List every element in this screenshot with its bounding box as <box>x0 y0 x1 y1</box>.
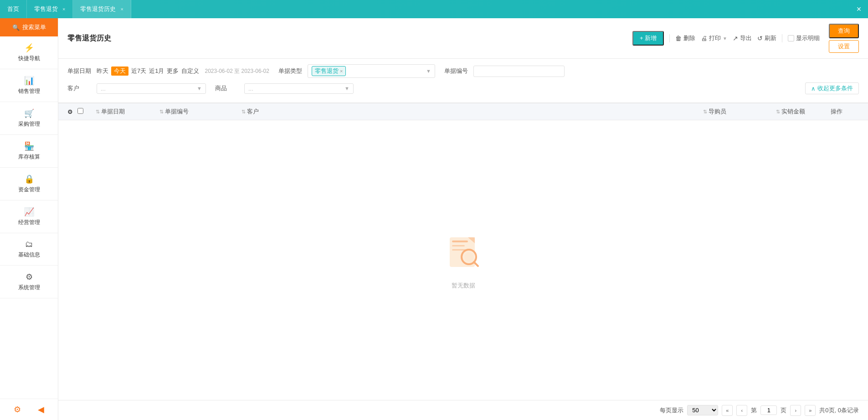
goods-select[interactable]: ... ▼ <box>244 83 354 94</box>
date-btn-today[interactable]: 今天 <box>111 67 128 76</box>
basic-info-icon: 🗂 <box>25 240 33 249</box>
show-detail-toggle[interactable]: 显示明细 <box>788 34 820 42</box>
refresh-icon: ↺ <box>757 35 763 42</box>
bill-no-label: 单据编号 <box>444 67 470 75</box>
date-filter-label: 单据日期 <box>67 67 93 75</box>
bill-type-select[interactable]: 零售退货 × ▼ <box>308 64 435 78</box>
sidebar-item-sales-mgmt[interactable]: 📊 销售管理 <box>0 69 58 102</box>
next-page-button[interactable]: › <box>790 405 801 416</box>
checkbox-all-input[interactable] <box>77 108 83 114</box>
last-page-button[interactable]: » <box>805 405 816 416</box>
settings-button[interactable]: 设置 <box>829 40 859 53</box>
tab-retail-return-close[interactable]: × <box>62 6 65 12</box>
sidebar-search[interactable]: 🔍 搜索菜单 <box>0 18 58 36</box>
customer-filter-group: 客户 ... ▼ <box>67 83 206 94</box>
customer-select[interactable]: ... ▼ <box>97 83 206 94</box>
export-button[interactable]: ↗ 导出 <box>733 34 752 42</box>
collapse-button[interactable]: ∧ 收起更多条件 <box>805 82 859 94</box>
bill-no-filter-group: 单据编号 <box>444 66 565 77</box>
pagination: 每页显示 50 100 200 « ‹ 第 页 › » 共0页, 0条记录 <box>58 400 868 420</box>
bill-no-input[interactable] <box>473 66 565 77</box>
show-detail-label: 显示明细 <box>796 34 820 42</box>
sidebar-item-system[interactable]: ⚙ 系统管理 <box>0 266 58 298</box>
query-button[interactable]: 查询 <box>829 24 859 38</box>
svg-rect-1 <box>452 241 468 242</box>
date-btn-1month[interactable]: 近1月 <box>149 67 164 75</box>
bill-type-label: 单据类型 <box>278 67 304 75</box>
col-header-customer[interactable]: ⇅ 客户 <box>238 108 699 116</box>
tab-retail-return-history[interactable]: 零售退货历史 × <box>73 0 131 18</box>
sidebar-item-basic-info[interactable]: 🗂 基础信息 <box>0 233 58 266</box>
goods-label: 商品 <box>215 84 241 92</box>
page-number-input[interactable] <box>760 405 777 415</box>
goods-filter-group: 商品 ... ▼ <box>215 83 354 94</box>
tab-retail-return-history-close[interactable]: × <box>120 6 123 12</box>
sidebar-item-quick-nav[interactable]: ⚡ 快捷导航 <box>0 36 58 69</box>
customer-placeholder: ... <box>101 85 106 92</box>
purchase-icon: 🛒 <box>24 108 34 118</box>
date-btn-more[interactable]: 更多 <box>167 67 179 75</box>
empty-illustration <box>441 230 486 276</box>
goods-placeholder: ... <box>248 85 253 92</box>
col-header-action: 操作 <box>827 108 863 116</box>
col-header-no[interactable]: ⇅ 单据编号 <box>156 108 238 116</box>
divider-1 <box>669 34 670 42</box>
print-button[interactable]: 🖨 打印 ▼ <box>701 34 727 42</box>
delete-button[interactable]: 🗑 删除 <box>675 34 695 42</box>
sidebar-item-quick-nav-label: 快捷导航 <box>18 55 40 62</box>
collapse-label: 收起更多条件 <box>817 84 853 92</box>
select-all-checkbox[interactable] <box>77 108 92 115</box>
date-btn-custom[interactable]: 自定义 <box>181 67 199 75</box>
col-header-date[interactable]: ⇅ 单据日期 <box>92 108 156 116</box>
show-detail-checkbox[interactable] <box>788 35 794 41</box>
export-label: 导出 <box>740 34 752 42</box>
sidebar: 🔍 搜索菜单 ⚡ 快捷导航 📊 销售管理 🛒 采购管理 🏪 库存核算 🔒 资金管… <box>0 18 58 420</box>
sidebar-item-inventory-label: 库存核算 <box>18 153 40 161</box>
prev-page-button[interactable]: ‹ <box>736 405 747 416</box>
settings-bottom-icon[interactable]: ⚙ <box>14 405 21 415</box>
col-customer-sort-icon: ⇅ <box>241 109 246 115</box>
bill-type-chip-close[interactable]: × <box>340 68 343 74</box>
sidebar-item-inventory[interactable]: 🏪 库存核算 <box>0 135 58 168</box>
refresh-button[interactable]: ↺ 刷新 <box>757 34 776 42</box>
date-btn-yesterday[interactable]: 昨天 <box>97 67 108 75</box>
sidebar-item-operation[interactable]: 📈 经营管理 <box>0 200 58 233</box>
page-word: 第 <box>751 406 757 415</box>
date-btn-7days[interactable]: 近7天 <box>131 67 146 75</box>
sidebar-item-purchase-mgmt[interactable]: 🛒 采购管理 <box>0 102 58 135</box>
top-bar: 首页 零售退货 × 零售退货历史 × × <box>0 0 868 18</box>
sidebar-bottom: ⚙ ◀ <box>0 399 58 420</box>
sidebar-item-sales-label: 销售管理 <box>18 87 40 95</box>
divider-2 <box>782 34 782 42</box>
col-amount-sort-icon: ⇅ <box>776 109 780 115</box>
col-no-label: 单据编号 <box>165 108 189 116</box>
collapse-sidebar-icon[interactable]: ◀ <box>38 405 44 415</box>
page-title: 零售退货历史 <box>67 34 111 43</box>
tab-retail-return-history-label: 零售退货历史 <box>80 5 116 13</box>
column-settings-icon[interactable]: ⚙ <box>63 108 77 115</box>
new-button-label: + 新增 <box>640 34 657 42</box>
col-date-label: 单据日期 <box>101 108 125 116</box>
bill-type-arrow-icon: ▼ <box>426 68 431 74</box>
new-button[interactable]: + 新增 <box>632 31 664 46</box>
first-page-button[interactable]: « <box>722 405 733 416</box>
sidebar-search-label: 搜索菜单 <box>22 23 46 31</box>
query-settings-group: 查询 设置 <box>829 24 859 53</box>
collapse-icon: ∧ <box>811 85 816 92</box>
per-page-select[interactable]: 50 100 200 <box>687 405 718 415</box>
tab-home[interactable]: 首页 <box>0 0 27 18</box>
sidebar-item-finance[interactable]: 🔒 资金管理 <box>0 168 58 200</box>
col-amount-label: 实销金额 <box>781 108 805 116</box>
tab-retail-return[interactable]: 零售退货 × <box>27 0 73 18</box>
col-header-guide[interactable]: ⇅ 导购员 <box>699 108 772 116</box>
settings-label: 设置 <box>838 43 850 50</box>
bill-type-chip-label: 零售退货 <box>315 67 339 75</box>
inventory-icon: 🏪 <box>24 141 34 151</box>
export-icon: ↗ <box>733 35 738 42</box>
sidebar-item-purchase-label: 采购管理 <box>18 120 40 128</box>
filter-row-2: 客户 ... ▼ 商品 ... ▼ ∧ <box>67 82 859 94</box>
operation-icon: 📈 <box>24 207 34 217</box>
quick-nav-icon: ⚡ <box>24 43 34 53</box>
col-header-amount[interactable]: ⇅ 实销金额 <box>772 108 827 116</box>
window-close-button[interactable]: × <box>850 0 868 18</box>
